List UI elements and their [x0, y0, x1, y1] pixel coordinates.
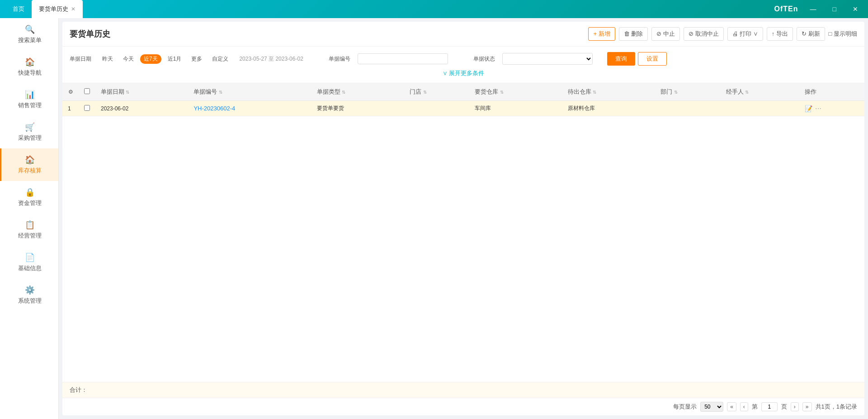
- col-store[interactable]: 门店 ⇅: [404, 83, 469, 101]
- cell-doc-no[interactable]: YH-20230602-4: [188, 101, 311, 116]
- per-page-label: 每页显示: [673, 403, 697, 411]
- more-action-icon[interactable]: ⋯: [815, 105, 821, 112]
- date-shortcut-last1month[interactable]: 近1月: [164, 54, 185, 64]
- expand-more-label: ∨ 展开更多条件: [443, 69, 485, 77]
- cell-doc-date: 2023-06-02: [95, 101, 188, 116]
- table-footer: 合计：: [62, 382, 864, 398]
- date-shortcut-more[interactable]: 更多: [188, 54, 206, 64]
- sidebar-item-ops-mgmt-label: 经营管理: [18, 232, 42, 240]
- last-page-button[interactable]: »: [802, 402, 812, 411]
- search-menu-icon: 🔍: [25, 24, 35, 34]
- total-label: 合计：: [70, 386, 87, 393]
- cancel-stop-button-label: ⊘ 取消中止: [689, 30, 719, 38]
- delete-button[interactable]: 🗑 删除: [619, 27, 648, 41]
- tab-home-label: 首页: [13, 5, 24, 13]
- cell-no: 1: [62, 101, 79, 116]
- tab-requisition-history-label: 要货单历史: [39, 5, 68, 13]
- date-shortcut-today[interactable]: 今天: [119, 54, 137, 64]
- cell-action: 📝 ⋯: [799, 101, 864, 116]
- doc-no-link[interactable]: YH-20230602-4: [193, 105, 235, 112]
- expand-more[interactable]: ∨ 展开更多条件: [443, 69, 485, 77]
- next-page-button[interactable]: ›: [791, 402, 799, 411]
- pagination: 每页显示 50 10 20 100 « ‹ 第 页 › » 共1页，1条记录: [62, 398, 864, 415]
- brand-text: OfTEn: [774, 5, 798, 13]
- cell-handler: [721, 101, 800, 116]
- col-pending-warehouse[interactable]: 待出仓库 ⇅: [562, 83, 655, 101]
- sort-pending-warehouse-icon: ⇅: [593, 90, 596, 95]
- date-shortcut-custom[interactable]: 自定义: [208, 54, 232, 64]
- display-detail-button[interactable]: □ 显示明细: [829, 30, 857, 38]
- status-select[interactable]: [502, 53, 593, 65]
- page-number-input[interactable]: [761, 402, 778, 411]
- date-shortcuts: 昨天 今天 近7天 近1月 更多 自定义: [99, 54, 232, 64]
- pagination-summary: 共1页，1条记录: [816, 403, 857, 411]
- filter-row-1: 单据日期 昨天 今天 近7天 近1月 更多 自定义 2023-05-27 至 2…: [70, 52, 857, 66]
- minimize-button[interactable]: —: [806, 3, 821, 15]
- print-button-label: 🖨 打印 ∨: [732, 30, 758, 38]
- add-button-label: + 新增: [593, 30, 610, 38]
- sidebar-item-ops-mgmt[interactable]: 📋 经营管理: [0, 214, 58, 246]
- col-dept[interactable]: 部门 ⇅: [655, 83, 720, 101]
- per-page-select[interactable]: 50 10 20 100: [700, 402, 723, 412]
- col-req-warehouse[interactable]: 要货仓库 ⇅: [469, 83, 562, 101]
- date-shortcut-last7days[interactable]: 近7天: [140, 54, 161, 64]
- sidebar-item-inventory-mgmt[interactable]: 🏠 库存核算: [0, 148, 58, 181]
- col-doc-no[interactable]: 单据编号 ⇅: [188, 83, 311, 101]
- sidebar-item-sales-mgmt[interactable]: 📊 销售管理: [0, 83, 58, 116]
- setting-button[interactable]: 设置: [638, 52, 667, 66]
- col-doc-type[interactable]: 单据类型 ⇅: [311, 83, 404, 101]
- sort-dept-icon: ⇅: [674, 90, 678, 95]
- data-table: ⚙ 单据日期 ⇅ 单据编号 ⇅ 单据类型: [62, 83, 864, 116]
- sidebar-item-quick-nav-label: 快捷导航: [18, 69, 42, 77]
- query-button[interactable]: 查询: [607, 52, 635, 66]
- sort-doc-date-icon: ⇅: [126, 90, 129, 95]
- page-label: 第: [752, 403, 758, 411]
- col-settings[interactable]: ⚙: [62, 83, 79, 101]
- prev-page-button[interactable]: ‹: [740, 402, 748, 411]
- row-checkbox[interactable]: [84, 105, 90, 111]
- first-page-button[interactable]: «: [727, 402, 736, 411]
- page-header: 要货单历史 + 新增 🗑 删除 ⊘ 中止 ⊘ 取消中止 🖨 打印 ∨: [62, 22, 864, 47]
- cell-doc-type: 要货单要货: [311, 101, 404, 116]
- tab-home[interactable]: 首页: [5, 0, 32, 18]
- tab-close-icon[interactable]: ✕: [71, 6, 75, 12]
- export-button[interactable]: ↑ 导出: [767, 27, 793, 41]
- sidebar-item-basic-info-label: 基础信息: [18, 264, 42, 272]
- tab-requisition-history[interactable]: 要货单历史 ✕: [32, 0, 83, 18]
- inventory-mgmt-icon: 🏠: [25, 155, 35, 165]
- cell-req-warehouse: 车间库: [469, 101, 562, 116]
- sort-store-icon: ⇅: [423, 90, 427, 95]
- maximize-button[interactable]: □: [828, 3, 841, 15]
- ops-mgmt-icon: 📋: [25, 220, 35, 230]
- sort-doc-no-icon: ⇅: [219, 90, 222, 95]
- stop-button[interactable]: ⊘ 中止: [651, 27, 680, 41]
- cancel-stop-button[interactable]: ⊘ 取消中止: [684, 27, 724, 41]
- sidebar-item-basic-info[interactable]: 📄 基础信息: [0, 246, 58, 279]
- doc-no-label: 单据编号: [329, 55, 350, 63]
- purchase-mgmt-icon: 🛒: [25, 122, 35, 132]
- sort-doc-type-icon: ⇅: [342, 90, 345, 95]
- col-handler[interactable]: 经手人 ⇅: [721, 83, 800, 101]
- sidebar-item-finance-mgmt[interactable]: 🔒 资金管理: [0, 181, 58, 214]
- table-row: 1 2023-06-02 YH-20230602-4 要货单要货 车间库 原材料…: [62, 101, 864, 116]
- filter-bar: 单据日期 昨天 今天 近7天 近1月 更多 自定义 2023-05-27 至 2…: [62, 47, 864, 83]
- sidebar-item-search-menu[interactable]: 🔍 搜索菜单: [0, 18, 58, 51]
- system-mgmt-icon: ⚙️: [25, 285, 35, 295]
- sidebar-item-purchase-mgmt[interactable]: 🛒 采购管理: [0, 116, 58, 148]
- edit-action-icon[interactable]: 📝: [805, 105, 812, 112]
- sidebar-item-quick-nav[interactable]: 🏠 快捷导航: [0, 51, 58, 83]
- refresh-button[interactable]: ↻ 刷新: [797, 27, 825, 41]
- filter-actions: 查询 设置: [607, 52, 667, 66]
- add-button[interactable]: + 新增: [588, 27, 615, 41]
- page-title: 要货单历史: [70, 29, 585, 39]
- doc-no-input[interactable]: [358, 53, 448, 64]
- print-button[interactable]: 🖨 打印 ∨: [727, 27, 763, 41]
- date-filter-label: 单据日期: [70, 55, 91, 63]
- col-doc-date[interactable]: 单据日期 ⇅: [95, 83, 188, 101]
- close-window-button[interactable]: ✕: [848, 3, 863, 15]
- finance-mgmt-icon: 🔒: [25, 187, 35, 197]
- status-label: 单据状态: [473, 55, 495, 63]
- sidebar-item-system-mgmt[interactable]: ⚙️ 系统管理: [0, 279, 58, 311]
- date-shortcut-yesterday[interactable]: 昨天: [99, 54, 117, 64]
- select-all-checkbox[interactable]: [84, 88, 90, 94]
